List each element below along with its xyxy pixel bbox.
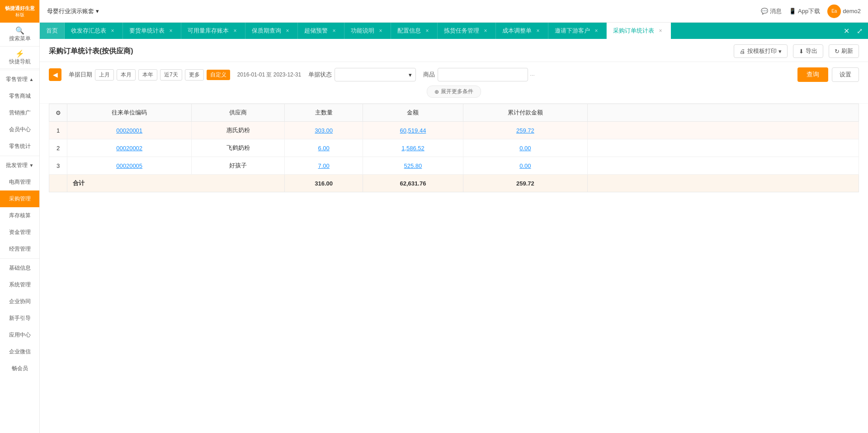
row-3-amount[interactable]: 525.80 — [363, 157, 463, 175]
row-1-paid[interactable]: 259.72 — [463, 122, 587, 139]
filter-date-7days[interactable]: 近7天 — [160, 69, 182, 81]
tab-function-desc-close[interactable]: × — [377, 27, 384, 34]
app-download-button[interactable]: 📱 App下载 — [789, 7, 820, 15]
filter-date-last-month[interactable]: 上月 — [95, 69, 114, 81]
tab-goods-stats[interactable]: 要货单统计表 × — [123, 23, 181, 39]
close-tab-icon[interactable]: ✕ — [842, 25, 851, 37]
tab-inventory-ledger[interactable]: 可用量库存账本 × — [181, 23, 245, 39]
column-settings-icon[interactable]: ⚙ — [56, 109, 61, 116]
sidebar-item-retail-shop[interactable]: 零售商城 — [0, 88, 39, 105]
sidebar-item-member[interactable]: 会员中心 — [0, 121, 39, 138]
refresh-button[interactable]: ↻ 刷新 — [829, 44, 859, 58]
tab-invite-downstream-label: 邀请下游客户 — [555, 27, 590, 35]
sidebar-item-basic-info[interactable]: 基础信息 — [0, 260, 39, 276]
sidebar-item-quick-nav[interactable]: ⚡ 快捷导航 — [0, 47, 39, 69]
tab-invite-downstream[interactable]: 邀请下游客户 × — [548, 23, 607, 39]
row-3-quantity[interactable]: 7.00 — [285, 157, 363, 175]
tab-invite-downstream-close[interactable]: × — [593, 27, 600, 34]
table-header-row: ⚙ 往来单位编码 供应商 主数量 金额 累计付款金额 — [49, 104, 859, 122]
th-quantity: 主数量 — [285, 104, 363, 122]
table-body: 1 00020001 惠氏奶粉 303.00 60,519.44 259.72 … — [49, 122, 859, 175]
row-2-paid[interactable]: 0.00 — [463, 139, 587, 157]
export-button[interactable]: ⬇ 导出 — [793, 44, 823, 58]
tab-function-desc[interactable]: 功能说明 × — [344, 23, 391, 39]
settings-button[interactable]: 设置 — [832, 67, 859, 82]
sidebar-item-retail-stats[interactable]: 零售统计 — [0, 138, 39, 155]
sidebar-item-purchase[interactable]: 采购管理 — [0, 190, 39, 207]
sidebar-item-newbie[interactable]: 新手引导 — [0, 310, 39, 327]
tab-purchase-stats-label: 采购订单统计表 — [613, 27, 654, 35]
workspace-selector[interactable]: 母婴行业演示账套 ▾ — [47, 7, 99, 15]
tab-pick-task-label: 拣货任务管理 — [444, 27, 479, 35]
tab-overstock-alert[interactable]: 超储预警 × — [298, 23, 344, 39]
tab-purchase-stats-close[interactable]: × — [657, 27, 664, 34]
table-row: 2 00020002 飞鹤奶粉 6.00 1,586.52 0.00 — [49, 139, 859, 157]
footer-label: 合计 — [67, 175, 285, 192]
message-icon: 💬 — [761, 8, 768, 14]
tab-cost-adjust-close[interactable]: × — [534, 27, 542, 34]
sidebar-item-enterprise[interactable]: 企业协同 — [0, 293, 39, 310]
tab-overstock-alert-close[interactable]: × — [330, 27, 338, 34]
row-2-amount[interactable]: 1,586.52 — [363, 139, 463, 157]
sidebar-item-system[interactable]: 系统管理 — [0, 276, 39, 293]
row-2-code[interactable]: 00020002 — [67, 139, 192, 157]
sidebar-item-inventory[interactable]: 库存核算 — [0, 207, 39, 224]
workspace-chevron-icon: ▾ — [96, 8, 99, 14]
sidebar-item-marketing[interactable]: 营销推广 — [0, 105, 39, 121]
tab-pick-task[interactable]: 拣货任务管理 × — [438, 23, 496, 39]
sidebar-item-finance[interactable]: 资金管理 — [0, 224, 39, 241]
sidebar-item-enterprise-wx[interactable]: 企业微信 — [0, 343, 39, 360]
user-menu[interactable]: Ea demo2 — [827, 5, 861, 18]
sidebar-item-app-center[interactable]: 应用中心 — [0, 327, 39, 343]
tab-cost-adjust[interactable]: 成本调整单 × — [496, 23, 548, 39]
page-content: 采购订单统计表(按供应商) 🖨 按模板打印 ▾ ⬇ 导出 ↻ 刷新 — [40, 39, 868, 433]
filter-status-select[interactable]: ▾ — [335, 68, 416, 81]
footer-quantity: 316.00 — [285, 175, 363, 192]
tab-config-info[interactable]: 配置信息 × — [391, 23, 438, 39]
row-1-amount[interactable]: 60,519.44 — [363, 122, 463, 139]
row-1-quantity[interactable]: 303.00 — [285, 122, 363, 139]
tab-purchase-stats[interactable]: 采购订单统计表 × — [607, 23, 671, 39]
footer-empty-1 — [49, 175, 67, 192]
th-amount: 金额 — [363, 104, 463, 122]
row-3-code[interactable]: 00020005 — [67, 157, 192, 175]
tab-pick-task-close[interactable]: × — [482, 27, 489, 34]
tab-expiry-query[interactable]: 保质期查询 × — [245, 23, 298, 39]
maximize-icon[interactable]: ⤢ — [855, 25, 864, 37]
row-2-quantity[interactable]: 6.00 — [285, 139, 363, 157]
sidebar-item-operations[interactable]: 经营管理 — [0, 241, 39, 257]
sidebar-item-search[interactable]: 🔍 搜索菜单 — [0, 23, 39, 47]
print-button[interactable]: 🖨 按模板打印 ▾ — [734, 44, 788, 58]
filter-status-item: 单据状态 ▾ — [308, 68, 416, 81]
expand-filter-button[interactable]: ⊕ 展开更多条件 — [427, 86, 481, 98]
tab-inventory-ledger-close[interactable]: × — [231, 27, 239, 34]
tab-home[interactable]: 首页 — [40, 23, 65, 39]
sidebar-item-wholesale[interactable]: 批发管理 ▼ — [0, 157, 39, 174]
tab-config-info-close[interactable]: × — [424, 27, 431, 34]
tab-goods-stats-close[interactable]: × — [167, 27, 175, 34]
footer-paid: 259.72 — [463, 175, 587, 192]
filter-toggle-button[interactable]: ◀ — [49, 68, 61, 81]
goods-input[interactable] — [438, 68, 528, 81]
row-2-empty — [588, 139, 859, 157]
export-icon: ⬇ — [799, 48, 804, 55]
goods-more-icon[interactable]: ··· — [530, 71, 535, 78]
row-1-code[interactable]: 00020001 — [67, 122, 192, 139]
row-1-index: 1 — [49, 122, 67, 139]
topbar-left: 母婴行业演示账套 ▾ — [47, 7, 99, 15]
tab-function-desc-label: 功能说明 — [351, 27, 374, 35]
tab-receive-summary-close[interactable]: × — [109, 27, 116, 34]
tab-expiry-query-close[interactable]: × — [284, 27, 291, 34]
sidebar-item-ecommerce[interactable]: 电商管理 — [0, 174, 39, 190]
row-3-paid[interactable]: 0.00 — [463, 157, 587, 175]
row-1-empty — [588, 122, 859, 139]
query-button[interactable]: 查询 — [797, 67, 828, 82]
sidebar-item-retail-mgmt[interactable]: 零售管理 ▲ — [0, 71, 39, 88]
message-button[interactable]: 💬 消息 — [761, 7, 782, 15]
sidebar-item-vip[interactable]: 畅会员 — [0, 360, 39, 377]
main-area: 母婴行业演示账套 ▾ 💬 消息 📱 App下载 Ea demo2 首页 — [40, 0, 868, 433]
filter-date-more[interactable]: 更多 — [185, 69, 204, 81]
filter-date-this-year[interactable]: 本年 — [138, 69, 157, 81]
filter-date-this-month[interactable]: 本月 — [117, 69, 136, 81]
tab-receive-summary[interactable]: 收发存汇总表 × — [65, 23, 123, 39]
